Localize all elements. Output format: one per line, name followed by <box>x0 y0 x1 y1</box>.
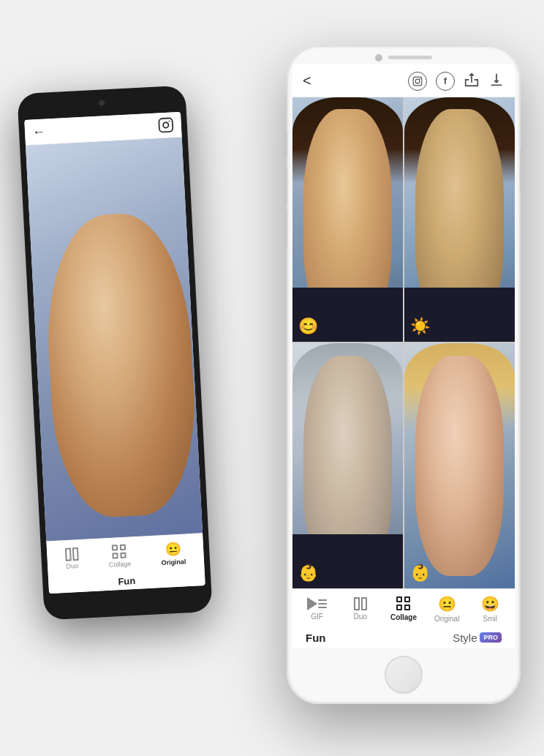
collage-tab[interactable]: Collage <box>388 596 420 621</box>
collage-label: Collage <box>390 613 417 621</box>
collage-grid: 😊 ☀️ 👶 <box>292 97 515 588</box>
share-button[interactable] <box>464 72 480 91</box>
svg-point-1 <box>163 122 169 128</box>
mute-button <box>287 133 287 155</box>
collage-cell-2[interactable]: ☀️ <box>404 97 515 343</box>
speaker <box>388 56 432 59</box>
facebook-icon: f <box>444 75 447 86</box>
home-button-area <box>287 648 521 704</box>
front-camera <box>375 54 382 61</box>
emoji-4: 👶 <box>410 564 430 583</box>
svg-point-2 <box>169 120 170 121</box>
download-button[interactable] <box>488 72 505 91</box>
back-icon[interactable]: ← <box>32 124 46 140</box>
fun-label[interactable]: Fun <box>306 632 326 644</box>
collage-cell-1[interactable]: 😊 <box>292 97 403 343</box>
android-phone: ← Duo <box>17 85 212 620</box>
man-face <box>26 137 203 540</box>
header-icons: f <box>408 72 505 91</box>
collage-cell-4[interactable]: 👶 <box>404 343 515 588</box>
android-screen: ← Duo <box>24 111 205 593</box>
face-woman <box>415 356 504 576</box>
svg-rect-0 <box>159 118 173 132</box>
instagram-icon[interactable] <box>157 116 174 133</box>
collage-icon <box>112 544 127 559</box>
svg-rect-3 <box>413 77 422 86</box>
smile-tab[interactable]: 😀 Smil <box>474 595 506 623</box>
original-label: Original <box>434 615 459 623</box>
android-duo-label: Duo <box>66 562 78 570</box>
smile-label: Smil <box>483 615 497 623</box>
iphone-back-button[interactable]: < <box>303 72 311 89</box>
duo-icon <box>354 597 367 610</box>
iphone-bottom-bar: GIF Duo Collage 😐 Original <box>292 588 515 627</box>
home-button[interactable] <box>385 656 423 694</box>
original-icon: 😐 <box>438 595 456 613</box>
android-photo <box>26 137 203 540</box>
android-collage-item[interactable]: Collage <box>107 544 131 569</box>
android-duo-item[interactable]: Duo <box>64 547 79 570</box>
collage-icon-iphone <box>396 596 411 611</box>
duo-icon <box>64 547 78 561</box>
emoji-3: 👶 <box>298 564 318 583</box>
original-emoji: 😐 <box>165 540 181 557</box>
style-text: Style <box>453 632 477 644</box>
svg-point-4 <box>415 79 420 83</box>
svg-point-5 <box>419 78 420 79</box>
emoji-2: ☀️ <box>410 317 430 336</box>
android-original-item[interactable]: 😐 Original <box>160 540 186 566</box>
fun-style-bar: Fun Style PRO <box>292 627 515 648</box>
iphone-header: < f <box>292 64 515 97</box>
gif-icon <box>307 597 327 610</box>
android-camera <box>99 100 105 105</box>
emoji-1: 😊 <box>298 317 318 336</box>
pro-badge: PRO <box>480 632 502 643</box>
facebook-button[interactable]: f <box>436 72 455 91</box>
original-tab[interactable]: 😐 Original <box>431 595 463 623</box>
collage-cell-3[interactable]: 👶 <box>292 343 403 588</box>
style-label[interactable]: Style PRO <box>453 632 502 644</box>
volume-down-button <box>287 210 287 247</box>
iphone-screen: < f <box>292 64 515 648</box>
power-button <box>520 148 521 192</box>
gif-label: GIF <box>311 613 323 621</box>
smile-icon: 😀 <box>481 595 499 613</box>
duo-label: Duo <box>354 613 367 621</box>
android-collage-label: Collage <box>109 560 132 569</box>
gif-tab[interactable]: GIF <box>301 597 333 621</box>
iphone-top <box>287 45 521 64</box>
iphone: < f <box>287 45 521 704</box>
scene: ← Duo <box>16 31 528 726</box>
instagram-button[interactable] <box>408 72 427 91</box>
duo-tab[interactable]: Duo <box>344 597 377 621</box>
android-original-label: Original <box>161 558 186 566</box>
volume-up-button <box>287 166 287 203</box>
